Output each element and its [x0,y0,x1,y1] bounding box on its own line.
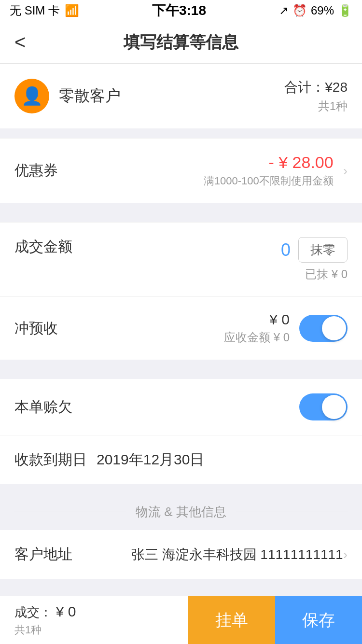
prereceive-sub: 应收金额 ¥ 0 [224,330,290,345]
customer-row: 👤 零散客户 合计：¥28 共1种 [0,64,362,128]
customer-section: 👤 零散客户 合计：¥28 共1种 [0,64,362,128]
prereceive-label: 冲预收 [14,319,58,338]
coupon-label: 优惠券 [14,161,58,181]
pending-button[interactable]: 挂单 [188,596,275,644]
prereceive-right: ¥ 0 应收金额 ¥ 0 [224,311,348,345]
customer-name: 零散客户 [59,85,121,107]
prereceive-toggle[interactable] [299,315,348,342]
debt-row: 本单赊欠 [0,379,362,435]
logistics-divider: 物流 & 其他信息 [0,494,362,530]
due-date-value: 2019年12月30日 [97,450,204,470]
coupon-desc: 满1000-100不限制使用金额 [204,174,334,188]
address-section: 客户地址 张三 海淀永丰科技园 11111111111 › [0,530,362,579]
bottom-deal-label: 成交： [14,605,52,619]
transaction-sub-text: 已抹 ¥ 0 [305,266,348,282]
divider-line-right [236,512,348,512]
address-label: 客户地址 [14,545,72,564]
battery-text: 69% [311,4,334,17]
coupon-discount: - ¥ 28.00 [204,153,334,172]
save-button[interactable]: 保存 [275,596,362,644]
bottom-info: 成交： ¥ 0 共1种 [0,603,188,637]
alarm-icon: ⏰ [292,4,307,17]
coupon-section: 优惠券 - ¥ 28.00 满1000-100不限制使用金额 › [0,138,362,203]
avatar: 👤 [14,79,49,113]
bottom-count: 共1种 [14,623,174,637]
address-value: 张三 海淀永丰科技园 11111111111 [87,546,343,564]
transaction-right: 0 抹零 已抹 ¥ 0 [281,237,348,282]
debt-section: 本单赊欠 收款到期日 2019年12月30日 [0,379,362,484]
prereceive-row: 冲预收 ¥ 0 应收金额 ¥ 0 [0,296,362,360]
bottom-bar: 成交： ¥ 0 共1种 挂单 保存 [0,596,362,644]
due-date-label: 收款到期日 [14,450,87,470]
nav-bar: < 填写结算等信息 [0,21,362,64]
logistics-label: 物流 & 其他信息 [136,504,226,520]
chevron-right-icon: › [343,163,348,179]
transaction-value[interactable]: 0 [281,240,291,260]
due-date-row[interactable]: 收款到期日 2019年12月30日 [0,435,362,484]
address-row[interactable]: 客户地址 张三 海淀永丰科技园 11111111111 › [0,530,362,579]
total-amount-label: 合计：¥28 [284,78,348,97]
location-icon: ↗ [279,4,289,17]
wifi-icon: 📶 [65,4,79,17]
separator-2 [0,369,362,379]
status-bar: 无 SIM 卡 📶 下午3:18 ↗ ⏰ 69% 🔋 [0,0,362,21]
separator-1 [0,212,362,222]
status-time: 下午3:18 [152,1,206,20]
transaction-section: 成交金额 0 抹零 已抹 ¥ 0 冲预收 ¥ 0 应收金额 ¥ 0 [0,222,362,360]
coupon-value-container: - ¥ 28.00 满1000-100不限制使用金额 [204,153,334,188]
back-button[interactable]: < [14,31,26,53]
total-count: 共1种 [284,98,348,114]
debt-toggle-knob [322,395,346,419]
carrier-text: 无 SIM 卡 [10,3,60,18]
status-left: 无 SIM 卡 📶 [10,3,79,18]
round-button[interactable]: 抹零 [298,237,348,263]
prereceive-amount: ¥ 0 [224,311,290,328]
transaction-row: 成交金额 0 抹零 已抹 ¥ 0 [0,222,362,296]
amount-input-row: 0 抹零 [281,237,348,263]
page-title: 填写结算等信息 [124,31,238,54]
battery-icon: 🔋 [338,4,352,17]
divider-line-left [14,512,126,512]
coupon-row[interactable]: 优惠券 - ¥ 28.00 满1000-100不限制使用金额 › [0,138,362,203]
debt-toggle[interactable] [299,393,348,420]
avatar-icon: 👤 [21,86,43,106]
debt-label: 本单赊欠 [14,397,72,417]
bottom-deal-value: ¥ 0 [56,603,76,619]
coupon-right: - ¥ 28.00 满1000-100不限制使用金额 › [204,153,348,188]
bottom-deal-row: 成交： ¥ 0 [14,603,174,621]
toggle-knob [322,316,346,340]
status-right: ↗ ⏰ 69% 🔋 [279,4,352,17]
transaction-label: 成交金额 [14,237,72,257]
customer-total: 合计：¥28 共1种 [284,78,348,114]
customer-left: 👤 零散客户 [14,79,121,113]
main-content: 👤 零散客户 合计：¥28 共1种 优惠券 - ¥ 28.00 满1000-10… [0,64,362,644]
prereceive-values: ¥ 0 应收金额 ¥ 0 [224,311,290,345]
address-chevron-icon: › [343,547,348,562]
